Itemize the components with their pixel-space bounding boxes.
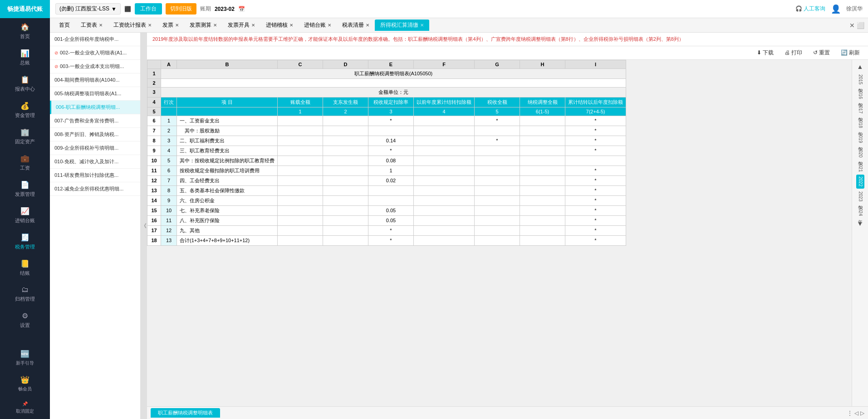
sidebar-item-settings[interactable]: ⚙ 设置 (0, 307, 50, 333)
copy-icon[interactable]: ⬛ (124, 6, 131, 12)
sidebar-item-home[interactable]: 🏠 首页 (0, 18, 50, 44)
year-2017[interactable]: 2017年 (856, 102, 864, 115)
close-icon[interactable]: ✕ (99, 23, 103, 28)
tab-tax-settlement[interactable]: 所得税汇算清缴 ✕ (375, 19, 429, 31)
switch-old-button[interactable]: 切到旧版 (166, 3, 196, 15)
sidebar-item-salary[interactable]: 💼 工资 (0, 150, 50, 176)
reset-button[interactable]: ↺ 重置 (810, 48, 833, 58)
left-item-011[interactable]: 011-研发费用加计扣除优惠... (50, 169, 140, 182)
sidebar-item-archive[interactable]: 🗂 归档管理 (0, 281, 50, 307)
table-row: 15 10 七、补充养老保险 0.05 * (147, 205, 626, 215)
left-item-009[interactable]: 009-企业所得税补亏填明细... (50, 141, 140, 155)
year-2019[interactable]: 2019年 (856, 131, 864, 145)
label-cell[interactable]: 八、补充医疗保险 (177, 215, 278, 225)
year-2016[interactable]: 2016年 (856, 87, 864, 101)
data-h[interactable] (520, 116, 565, 126)
data-f[interactable] (414, 116, 475, 126)
close-icon[interactable]: ✕ (175, 23, 179, 28)
spreadsheet[interactable]: A B C D E F G H I 1 职 (147, 60, 852, 407)
data-c[interactable] (278, 116, 323, 126)
close-icon[interactable]: ✕ (251, 23, 255, 28)
year-2023[interactable]: 2023年 (856, 190, 864, 203)
left-item-005[interactable]: 005-纳税调整项目明细表(A1... (50, 87, 140, 101)
label-cell[interactable]: 二、职工福利费支出 (177, 136, 278, 146)
sidebar-item-close[interactable]: 📒 结账 (0, 255, 50, 281)
data-g[interactable]: * (475, 116, 520, 126)
scroll-left-icon[interactable]: ◁ (854, 410, 858, 416)
sidebar-item-assets[interactable]: 🏢 固定资产 (0, 123, 50, 150)
sidebar-item-finance[interactable]: 💰 资金管理 (0, 97, 50, 123)
left-item-007[interactable]: 007-广告费和业务宣传费明... (50, 114, 140, 128)
label-cell[interactable]: 一、工资薪金支出 (177, 116, 278, 126)
data-e[interactable]: * (368, 116, 414, 126)
data-i[interactable]: * (565, 116, 626, 126)
print-button[interactable]: 🖨 打印 (782, 48, 805, 58)
label-cell[interactable]: 其中：按税收规定比例扣除的职工教育经费 (177, 156, 278, 166)
sidebar-item-guide[interactable]: 🆕 新手引导 (0, 345, 50, 371)
close-icon[interactable]: ✕ (420, 23, 424, 28)
sheet-menu-icon[interactable]: ⋮ (847, 410, 853, 416)
year-2015[interactable]: 2015年 (856, 73, 864, 86)
label-cell[interactable]: 九、其他 (177, 225, 278, 235)
year-2018[interactable]: 2018年 (856, 116, 864, 130)
sidebar-item-tax[interactable]: 🧾 税务管理 (0, 229, 50, 255)
left-item-010[interactable]: 010-免税、减计收入及加计... (50, 155, 140, 169)
tab-home[interactable]: 首页 (54, 19, 75, 31)
tab-invoice-issue[interactable]: 发票开具 ✕ (222, 19, 260, 31)
label-cell[interactable]: 七、补充养老保险 (177, 205, 278, 215)
left-item-008[interactable]: 008-资产折旧、摊销及纳税... (50, 128, 140, 141)
tab-purchase-ledger[interactable]: 进销台账 ✕ (299, 19, 337, 31)
sidebar-item-purchsale[interactable]: 📈 进销台账 (0, 202, 50, 229)
support-link[interactable]: 🎧 人工客询 (795, 5, 825, 13)
tab-purchase-audit[interactable]: 进销稽核 ✕ (260, 19, 299, 31)
label-cell[interactable]: 四、工会经费支出 (177, 175, 278, 185)
scroll-right-icon[interactable]: ▷ (860, 410, 864, 416)
sidebar-item-invoice[interactable]: 📄 发票管理 (0, 176, 50, 202)
label-cell[interactable]: 五、各类基本社会保障性缴款 (177, 185, 278, 195)
left-item-002[interactable]: ⊘ 002-一般企业收入明细表(A1... (50, 46, 140, 60)
sheet-tab[interactable]: 职工薪酬纳税调整明细表 (151, 408, 220, 418)
year-2022[interactable]: 2022年 (856, 175, 864, 188)
tab-tax-clearance[interactable]: 税表清册 ✕ (337, 19, 375, 31)
maximize-icon[interactable]: ⬜ (857, 22, 864, 29)
left-item-004[interactable]: 004-期间费用明细表(A1040... (50, 73, 140, 87)
header-row-i: 累计结转以后年度扣除额 (565, 97, 626, 107)
close-all-icon[interactable]: ✕ (849, 22, 855, 29)
sidebar-item-ledger[interactable]: 📊 总账 (0, 44, 50, 71)
year-2021[interactable]: 2021年 (856, 160, 864, 174)
year-2024[interactable]: 2024年 (856, 204, 864, 218)
left-item-003[interactable]: ⊘ 003-一般企业成本支出明细... (50, 60, 140, 73)
left-item-001[interactable]: 001-企业所得税年度纳税申... (50, 33, 140, 46)
label-cell[interactable]: 按税收规定全额扣除的职工培训费用 (177, 166, 278, 175)
tab-invoice[interactable]: 发票 ✕ (157, 19, 184, 31)
left-item-006[interactable]: 006-职工薪酬纳税调整明细... (50, 101, 140, 114)
year-up-btn[interactable]: ▲ (856, 62, 865, 72)
year-down-btn[interactable]: ▼ (856, 219, 865, 229)
close-icon[interactable]: ✕ (148, 23, 152, 28)
left-item-012[interactable]: 012-减免企业所得税优惠明细... (50, 182, 140, 196)
close-icon[interactable]: ✕ (366, 23, 369, 28)
data-d[interactable] (323, 116, 368, 126)
calendar-icon[interactable]: 📅 (238, 6, 245, 12)
table-row: 11 6 按税收规定全额扣除的职工培训费用 1 * (147, 166, 626, 175)
main-panel: 2019年度涉及取以前年度结转数据的申报表单元格需要手工维护正确，才能保证本年及… (147, 33, 868, 419)
refresh-button[interactable]: 🔄 刷新 (838, 48, 863, 58)
tab-invoice-calc[interactable]: 发票测算 ✕ (184, 19, 222, 31)
close-icon[interactable]: ✕ (213, 23, 217, 28)
tab-salary-report[interactable]: 工资统计报表 ✕ (108, 19, 157, 31)
cancel-fixed-btn[interactable]: 📌 取消固定 (0, 397, 50, 419)
workspace-button[interactable]: 工作台 (135, 3, 162, 15)
tab-salary[interactable]: 工资表 ✕ (75, 19, 108, 31)
company-selector[interactable]: (勿删) 江西股宝-LSS ▼ (55, 3, 121, 15)
close-icon[interactable]: ✕ (289, 23, 293, 28)
label-cell[interactable]: 三、职工教育经费支出 (177, 146, 278, 156)
close-icon[interactable]: ✕ (328, 23, 331, 28)
sidebar-item-report[interactable]: 📋 报表中心 (0, 71, 50, 97)
label-cell[interactable]: 六、住房公积金 (177, 195, 278, 205)
panel-toggle[interactable]: 《 (141, 33, 147, 419)
sidebar-item-member[interactable]: 👑 畅会员 (0, 371, 50, 397)
label-cell[interactable]: 其中：股权激励 (177, 126, 278, 136)
year-2020[interactable]: 2020年 (856, 146, 864, 159)
download-button[interactable]: ⬇ 下载 (754, 48, 776, 58)
label-cell[interactable]: 合计(1+3+4+7+8+9+10+11+12) (177, 235, 278, 245)
